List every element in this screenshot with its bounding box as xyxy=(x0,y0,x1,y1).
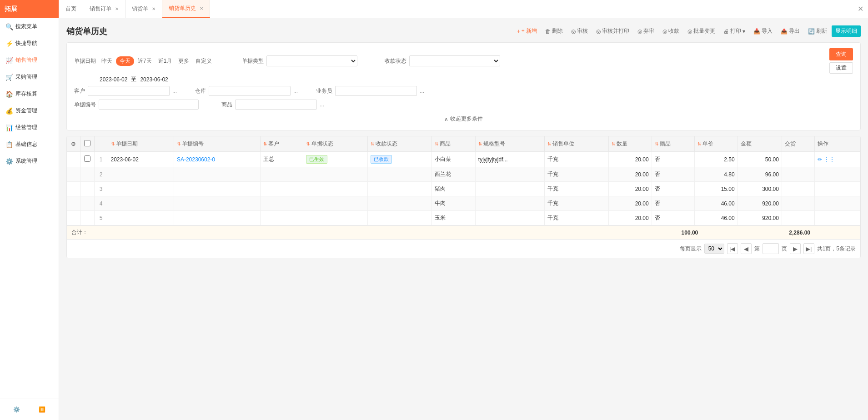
sidebar-item-sys-mgmt[interactable]: ⚙️ 系统管理 xyxy=(0,153,59,170)
refresh-button[interactable]: 🔄 刷新 xyxy=(804,25,831,37)
goods-ellipsis[interactable]: ... xyxy=(320,101,324,108)
shortcut-today[interactable]: 今天 xyxy=(116,56,134,66)
td-check[interactable] xyxy=(80,167,94,182)
filter-docno-label: 单据编号 xyxy=(74,101,96,109)
filter-salesman-input[interactable] xyxy=(335,86,417,96)
print-button[interactable]: 🖨 打印 ▾ xyxy=(720,25,749,37)
filter-warehouse-input[interactable] xyxy=(209,86,291,96)
sidebar-item-quicknav[interactable]: ⚡ 快捷导航 xyxy=(0,35,59,52)
td-docno[interactable] xyxy=(174,182,260,196)
collapse-button[interactable]: ∧ 收起更多条件 xyxy=(442,113,485,125)
tab-sales-order-close[interactable]: ✕ xyxy=(115,6,119,11)
filter-collect-status-select[interactable] xyxy=(409,55,500,66)
th-collectstatus[interactable]: ⇅ 收款状态 xyxy=(367,136,431,152)
new-button[interactable]: + + 新增 xyxy=(513,25,541,37)
tab-sales-history[interactable]: 销货单历史 ✕ xyxy=(162,0,210,18)
tab-sales-history-close[interactable]: ✕ xyxy=(200,6,203,11)
sidebar-item-operations[interactable]: 📊 经营管理 xyxy=(0,119,59,136)
abandon-button[interactable]: ◎ 弃审 xyxy=(634,25,658,37)
filter-collect-status-item: 收款状态 xyxy=(385,55,500,66)
th-salesunit[interactable]: ⇅ 销售单位 xyxy=(544,136,608,152)
th-docno[interactable]: ⇅ 单据编号 xyxy=(174,136,260,152)
last-page-btn[interactable]: ▶| xyxy=(803,243,814,254)
delete-button[interactable]: 🗑 删除 xyxy=(542,25,567,37)
th-gift[interactable]: ⇅ 赠品 xyxy=(652,136,695,152)
td-docno[interactable] xyxy=(174,167,260,182)
customer-ellipsis[interactable]: ... xyxy=(172,88,177,94)
batch-icon: ◎ xyxy=(687,28,692,35)
filter-date-item: 单据日期 昨天 今天 近7天 近1月 更多 自定义 xyxy=(74,56,215,66)
window-close-btn[interactable]: ✕ xyxy=(858,5,863,13)
td-docno[interactable] xyxy=(174,196,260,211)
th-unitprice[interactable]: ⇅ 单价 xyxy=(695,136,738,152)
table-header-row: ⚙ ⇅ 单据日期 ⇅ 单据编号 ⇅ 客户 ⇅ 单据状态 ⇅ 收款状态 ⇅ 商品 … xyxy=(67,136,860,152)
tab-sales-order[interactable]: 销售订单 ✕ xyxy=(83,0,125,18)
td-check[interactable] xyxy=(80,196,94,211)
collect-button[interactable]: ◎ 收款 xyxy=(659,25,683,37)
abandon-label: 弃审 xyxy=(643,27,654,35)
th-goods[interactable]: ⇅ 商品 xyxy=(432,136,476,152)
sidebar-toggle-btn[interactable]: ⏸️ xyxy=(33,403,51,416)
select-all-checkbox[interactable] xyxy=(84,140,90,146)
setting-button[interactable]: 设置 xyxy=(829,62,853,74)
batch-change-button[interactable]: ◎ 批量变更 xyxy=(684,25,719,37)
next-page-btn[interactable]: ▶ xyxy=(790,243,801,254)
shortcut-custom[interactable]: 自定义 xyxy=(193,56,215,66)
filter-goods-input[interactable] xyxy=(235,100,317,110)
th-settings[interactable]: ⚙ xyxy=(67,136,80,152)
tab-home[interactable]: 首页 xyxy=(59,0,83,18)
th-docdate[interactable]: ⇅ 单据日期 xyxy=(108,136,174,152)
td-check[interactable] xyxy=(80,182,94,196)
sidebar-settings-btn[interactable]: ⚙️ xyxy=(8,403,25,416)
shortcut-7days[interactable]: 近7天 xyxy=(135,56,155,66)
td-salesunit: 千克 xyxy=(544,196,608,211)
shortcut-1month[interactable]: 近1月 xyxy=(156,56,175,66)
sidebar-item-search[interactable]: 🔍 搜索菜单 xyxy=(0,18,59,35)
filter-goods-label: 商品 xyxy=(221,101,232,109)
tab-sales-delivery[interactable]: 销货单 ✕ xyxy=(125,0,162,18)
import-button[interactable]: 📥 导入 xyxy=(750,25,776,37)
th-customer[interactable]: ⇅ 客户 xyxy=(260,136,303,152)
shortcut-yesterday[interactable]: 昨天 xyxy=(99,56,115,66)
filter-salesman-label: 业务员 xyxy=(316,87,332,95)
sidebar-item-purchase[interactable]: 🛒 采购管理 xyxy=(0,69,59,85)
query-button[interactable]: 查询 xyxy=(829,48,853,60)
tab-sales-delivery-close[interactable]: ✕ xyxy=(152,6,156,11)
shortcut-more[interactable]: 更多 xyxy=(176,56,192,66)
td-docdate xyxy=(108,211,174,225)
td-check[interactable] xyxy=(80,152,94,167)
sidebar-item-finance[interactable]: 💰 资金管理 xyxy=(0,102,59,119)
row-checkbox[interactable] xyxy=(84,155,90,162)
th-specmodel[interactable]: ⇅ 规格型号 xyxy=(475,136,544,152)
per-page-select[interactable]: 50 xyxy=(704,244,724,254)
td-docdate xyxy=(108,167,174,182)
more-btn[interactable]: ⋮⋮ xyxy=(824,156,835,163)
page-input[interactable]: 1 xyxy=(763,243,779,254)
sidebar-item-inventory[interactable]: 🏠 库存核算 xyxy=(0,85,59,102)
th-check[interactable] xyxy=(80,136,94,152)
edit-btn[interactable]: ✏ xyxy=(818,156,822,163)
th-docstatus[interactable]: ⇅ 单据状态 xyxy=(303,136,367,152)
td-check[interactable] xyxy=(80,211,94,225)
import-icon: 📥 xyxy=(753,28,760,35)
review-button[interactable]: ◎ 审核 xyxy=(567,25,592,37)
td-docno[interactable]: SA-20230602-0 xyxy=(174,152,260,167)
filter-customer-input[interactable] xyxy=(88,86,170,96)
th-quantity[interactable]: ⇅ 数量 xyxy=(609,136,652,152)
td-collectstatus xyxy=(367,211,431,225)
data-table-container: ⚙ ⇅ 单据日期 ⇅ 单据编号 ⇅ 客户 ⇅ 单据状态 ⇅ 收款状态 ⇅ 商品 … xyxy=(66,136,861,258)
td-docno[interactable] xyxy=(174,211,260,225)
sidebar-item-sales[interactable]: 📈 销售管理 xyxy=(0,52,59,69)
filter-doctype-select[interactable] xyxy=(266,55,357,66)
prev-page-btn[interactable]: ◀ xyxy=(741,243,752,254)
sidebar-item-basic-info[interactable]: 📋 基础信息 xyxy=(0,136,59,153)
td-customer xyxy=(260,211,303,225)
warehouse-ellipsis[interactable]: ... xyxy=(293,88,298,94)
export-button[interactable]: 📤 导出 xyxy=(777,25,803,37)
show-detail-button[interactable]: 显示明细 xyxy=(832,25,861,37)
filter-docno-input[interactable] xyxy=(99,100,199,110)
first-page-btn[interactable]: |◀ xyxy=(727,243,738,254)
print-review-button[interactable]: ◎ 审核并打印 xyxy=(592,25,633,37)
table-row: 5 玉米 千克 20.00 否 46.00 920.00 xyxy=(67,211,860,225)
salesman-ellipsis[interactable]: ... xyxy=(420,88,424,94)
